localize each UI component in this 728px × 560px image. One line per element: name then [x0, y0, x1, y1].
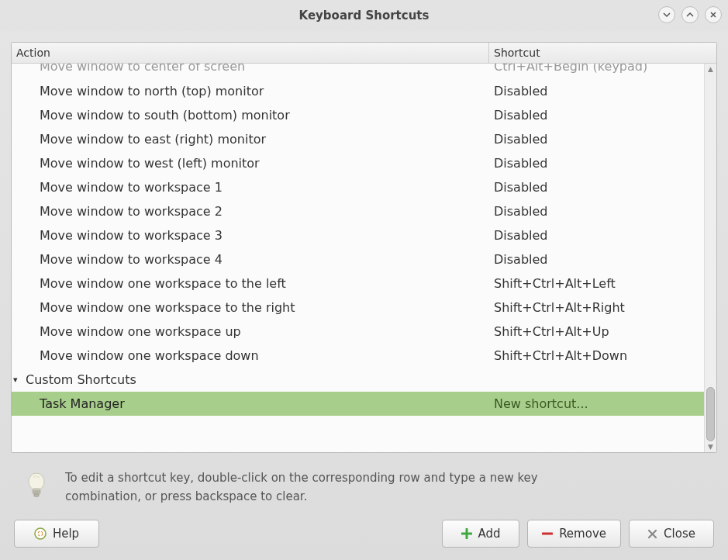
action-cell: Move window one workspace to the right [12, 296, 489, 320]
shortcut-cell: Shift+Ctrl+Alt+Down [489, 344, 704, 368]
column-header-action[interactable]: Action [12, 43, 489, 63]
column-headers: Action Shortcut [12, 43, 716, 64]
help-icon [34, 527, 47, 540]
hint-text: To edit a shortcut key, double-click on … [65, 468, 608, 506]
table-row[interactable]: Move window to west (left) monitorDisabl… [12, 151, 704, 175]
action-cell: Task Manager [12, 392, 489, 416]
x-icon [647, 529, 657, 539]
action-cell: Move window one workspace up [12, 320, 489, 344]
table-row[interactable]: Move window to center of screenCtrl+Alt+… [12, 64, 704, 79]
scrollbar-track[interactable] [706, 74, 715, 441]
table-row[interactable]: Move window one workspace upShift+Ctrl+A… [12, 320, 704, 344]
action-cell: Move window to workspace 4 [12, 247, 489, 271]
shortcuts-tree: Action Shortcut Move window to center of… [11, 42, 717, 453]
table-row[interactable]: Move window to workspace 3Disabled [12, 223, 704, 247]
action-cell: Move window to west (left) monitor [12, 151, 489, 175]
chevron-up-icon [686, 11, 694, 19]
table-row[interactable]: Move window to east (right) monitorDisab… [12, 127, 704, 151]
svg-rect-4 [34, 494, 39, 496]
help-button[interactable]: Help [14, 520, 99, 548]
spacer [107, 520, 434, 548]
shortcut-cell: Disabled [489, 79, 704, 103]
svg-point-5 [35, 528, 46, 539]
close-icon [709, 11, 717, 19]
shortcut-cell: Disabled [489, 103, 704, 127]
table-row[interactable]: Move window to workspace 2Disabled [12, 199, 704, 223]
add-button[interactable]: Add [442, 520, 519, 548]
maximize-button[interactable] [681, 6, 699, 23]
column-header-shortcut[interactable]: Shortcut [489, 43, 716, 63]
shortcut-cell: Ctrl+Alt+Begin (keypad) [489, 64, 704, 79]
shortcut-cell: Shift+Ctrl+Alt+Up [489, 320, 704, 344]
action-cell: Move window to south (bottom) monitor [12, 103, 489, 127]
action-cell: Move window one workspace down [12, 344, 489, 368]
add-button-label: Add [478, 527, 501, 541]
table-row[interactable]: Move window one workspace to the leftShi… [12, 271, 704, 296]
hint-area: To edit a shortcut key, double-click on … [11, 453, 717, 509]
action-cell: Move window to workspace 3 [12, 223, 489, 247]
close-window-button[interactable] [705, 6, 722, 23]
action-cell: Move window to workspace 1 [12, 175, 489, 199]
shortcut-cell: Disabled [489, 223, 704, 247]
remove-button-label: Remove [559, 527, 606, 541]
remove-button[interactable]: Remove [527, 520, 621, 548]
action-cell: Move window to center of screen [12, 64, 489, 79]
titlebar-controls [658, 6, 722, 23]
shortcut-cell: Disabled [489, 175, 704, 199]
action-cell: Move window to east (right) monitor [12, 127, 489, 151]
minus-icon [542, 528, 553, 539]
action-cell: Custom Shortcuts [12, 368, 489, 392]
lightbulb-icon [23, 468, 50, 503]
vertical-scrollbar[interactable]: ▲ ▼ [704, 64, 716, 452]
help-button-label: Help [53, 527, 79, 541]
shortcut-cell: Disabled [489, 247, 704, 271]
table-row[interactable]: Move window to workspace 1Disabled [12, 175, 704, 199]
shortcut-cell: Shift+Ctrl+Alt+Left [489, 271, 704, 296]
table-row[interactable]: Move window to workspace 4Disabled [12, 247, 704, 271]
shortcut-cell: New shortcut... [489, 392, 704, 416]
rows-container: Move window to center of screenCtrl+Alt+… [12, 64, 704, 416]
table-row[interactable]: Task ManagerNew shortcut... [12, 392, 704, 416]
minimize-button[interactable] [658, 6, 675, 23]
shortcut-cell: Disabled [489, 151, 704, 175]
scroll-up-arrow-icon[interactable]: ▲ [705, 64, 716, 74]
content-area: Action Shortcut Move window to center of… [0, 31, 728, 560]
action-cell: Move window to north (top) monitor [12, 79, 489, 103]
chevron-down-icon [663, 11, 671, 19]
keyboard-shortcuts-window: Keyboard Shortcuts Action Shortcut Move … [0, 0, 728, 560]
close-button[interactable]: Close [629, 520, 714, 548]
tree-body: Move window to center of screenCtrl+Alt+… [12, 64, 716, 452]
table-row[interactable]: Move window to south (bottom) monitorDis… [12, 103, 704, 127]
shortcut-cell: Disabled [489, 199, 704, 223]
scroll-down-arrow-icon[interactable]: ▼ [705, 441, 716, 452]
tree-group-row[interactable]: ▾Custom Shortcuts [12, 368, 704, 392]
window-title: Keyboard Shortcuts [299, 9, 430, 22]
action-cell: Move window to workspace 2 [12, 199, 489, 223]
action-cell: Move window one workspace to the left [12, 271, 489, 296]
shortcut-cell: Disabled [489, 127, 704, 151]
table-row[interactable]: Move window one workspace downShift+Ctrl… [12, 344, 704, 368]
table-row[interactable]: Move window one workspace to the rightSh… [12, 296, 704, 320]
expander-icon[interactable]: ▾ [13, 368, 18, 392]
table-row[interactable]: Move window to north (top) monitorDisabl… [12, 79, 704, 103]
close-button-label: Close [664, 527, 695, 541]
scrollbar-thumb[interactable] [706, 387, 715, 441]
titlebar: Keyboard Shortcuts [0, 0, 728, 31]
plus-icon [461, 528, 472, 539]
button-bar: Help Add Remove Close [11, 509, 717, 549]
shortcut-cell: Shift+Ctrl+Alt+Right [489, 296, 704, 320]
shortcut-cell [489, 368, 704, 392]
